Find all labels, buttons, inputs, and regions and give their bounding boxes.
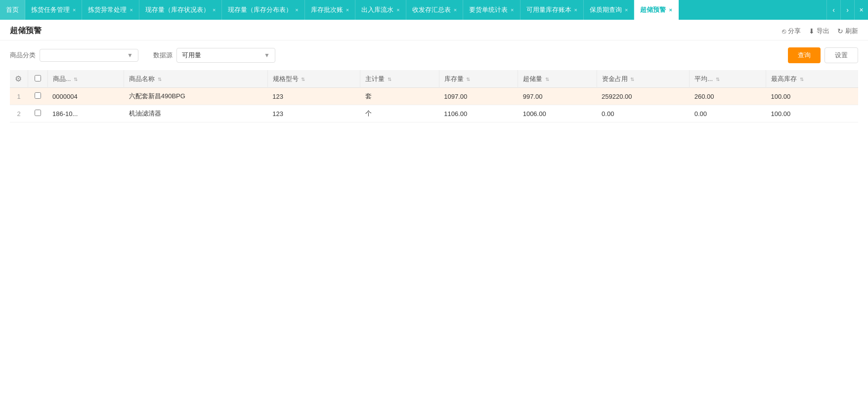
refresh-icon: ↻ [837,27,843,35]
tab-stock-dist-close[interactable]: × [295,7,298,13]
th-name-label: 商品名称 [129,75,155,82]
th-avg: 平均... ⇅ [690,70,766,88]
query-button[interactable]: 查询 [788,47,821,63]
tab-pick-task-close[interactable]: × [73,7,76,13]
th-unit-sort-icon[interactable]: ⇅ [388,77,391,82]
filter-area: 商品分类 ▼ 数据源 可用量 ▼ 查询 设置 [0,40,868,70]
tab-stock-dist[interactable]: 现存量（库存分布表） × [222,0,304,20]
datasource-value: 可用量 [182,51,201,60]
row-max-1: 100.00 [766,105,858,122]
row-name-1: 机油滤清器 [124,105,268,122]
row-over-0: 997.00 [518,88,597,105]
nav-right-arrow[interactable]: › [840,0,854,20]
tab-overstock-label: 超储预警 [640,5,666,14]
nav-close-arrow[interactable]: × [854,0,868,20]
category-filter: 商品分类 ▼ [10,49,138,62]
tab-summary-close[interactable]: × [454,7,457,13]
tab-stock-status[interactable]: 现存量（库存状况表） × [139,0,222,20]
row-unit-1: 个 [360,105,439,122]
th-max-sort-icon[interactable]: ⇅ [800,77,804,82]
tab-inout[interactable]: 出入库流水 × [355,0,406,20]
tab-home-label: 首页 [6,5,19,14]
row-stock-0: 1097.00 [439,88,518,105]
tab-stock-dist-label: 现存量（库存分布表） [228,5,292,14]
tab-stock-status-close[interactable]: × [213,7,216,13]
th-name-sort-icon[interactable]: ⇅ [158,77,162,82]
tab-available-label: 可用量库存账本 [526,5,571,14]
row-code-1: 186-10... [47,105,124,122]
row-checkbox-cell-0 [28,88,47,105]
th-over-label: 超储量 [523,75,542,82]
th-code: 商品... ⇅ [47,70,124,88]
row-over-1: 1006.00 [518,105,597,122]
page-title: 超储预警 [10,26,42,36]
export-button[interactable]: ⬇ 导出 [809,27,829,36]
th-settings: ⚙ [10,70,28,88]
category-select[interactable]: ▼ [40,49,138,62]
th-stock: 库存量 ⇅ [439,70,518,88]
tab-summary-label: 收发存汇总表 [412,5,451,14]
tab-overstock-close[interactable]: × [669,7,672,13]
th-code-sort-icon[interactable]: ⇅ [74,77,78,82]
datasource-select[interactable]: 可用量 ▼ [176,48,275,63]
row-unit-0: 套 [360,88,439,105]
tab-quality[interactable]: 保质期查询 × [584,0,634,20]
tab-inout-close[interactable]: × [396,7,399,13]
tab-stock-status-label: 现存量（库存状况表） [145,5,210,14]
settings-button[interactable]: 设置 [825,47,858,63]
th-max-label: 最高库存 [771,75,797,82]
th-name: 商品名称 ⇅ [124,70,268,88]
row-avg-0: 260.00 [690,88,766,105]
tab-batch-close[interactable]: × [346,7,349,13]
nav-arrows: ‹ › × [826,0,868,20]
refresh-button[interactable]: ↻ 刷新 [837,27,858,36]
select-all-checkbox[interactable] [35,75,41,81]
tab-pick-abnormal-label: 拣货异常处理 [88,5,127,14]
table-container: ⚙ 商品... ⇅ 商品名称 ⇅ 规格型号 ⇅ 主计量 [0,70,868,122]
tab-quality-label: 保质期查询 [590,5,622,14]
share-icon: ⎋ [782,27,786,35]
tab-available-close[interactable]: × [574,7,577,13]
row-checkbox-0[interactable] [35,92,41,99]
row-num-0: 1 [10,88,28,105]
tab-quality-close[interactable]: × [625,7,628,13]
tab-batch-label: 库存批次账 [311,5,343,14]
th-spec-sort-icon[interactable]: ⇅ [301,77,305,82]
row-checkbox-1[interactable] [35,110,41,116]
tab-summary[interactable]: 收发存汇总表 × [406,0,463,20]
datasource-label: 数据源 [153,51,173,60]
settings-gear-icon[interactable]: ⚙ [15,75,22,83]
row-code-0: 0000004 [47,88,124,105]
th-capital: 资金占用 ⇅ [597,70,690,88]
row-checkbox-cell-1 [28,105,47,122]
tab-overstock[interactable]: 超储预警 × [634,0,678,20]
th-avg-sort-icon[interactable]: ⇅ [716,77,720,82]
row-capital-0: 259220.00 [597,88,690,105]
refresh-label: 刷新 [845,27,858,36]
datasource-chevron-icon: ▼ [264,52,270,59]
row-max-0: 100.00 [766,88,858,105]
table-header: ⚙ 商品... ⇅ 商品名称 ⇅ 规格型号 ⇅ 主计量 [10,70,858,88]
export-icon: ⬇ [809,27,815,35]
tab-pick-abnormal-close[interactable]: × [130,7,132,13]
tab-req-stat[interactable]: 要货单统计表 × [463,0,520,20]
header-actions: ⎋ 分享 ⬇ 导出 ↻ 刷新 [782,27,858,36]
th-stock-sort-icon[interactable]: ⇅ [466,77,470,82]
tab-req-stat-close[interactable]: × [511,7,514,13]
share-button[interactable]: ⎋ 分享 [782,27,801,36]
row-spec-0: 123 [267,88,360,105]
tab-pick-task[interactable]: 拣货任务管理 × [25,0,82,20]
tab-available[interactable]: 可用量库存账本 × [521,0,584,20]
th-unit-label: 主计量 [365,75,385,82]
tab-pick-abnormal[interactable]: 拣货异常处理 × [82,0,139,20]
nav-left-arrow[interactable]: ‹ [826,0,840,20]
tab-batch[interactable]: 库存批次账 × [305,0,355,20]
row-stock-1: 1106.00 [439,105,518,122]
th-capital-sort-icon[interactable]: ⇅ [630,77,634,82]
data-table: ⚙ 商品... ⇅ 商品名称 ⇅ 规格型号 ⇅ 主计量 [10,70,858,122]
th-max: 最高库存 ⇅ [766,70,858,88]
tab-home[interactable]: 首页 [0,0,25,20]
row-capital-1: 0.00 [597,105,690,122]
table-body: 1 0000004 六配套新昌490BPG 123 套 1097.00 997.… [10,88,858,122]
th-over-sort-icon[interactable]: ⇅ [545,77,549,82]
